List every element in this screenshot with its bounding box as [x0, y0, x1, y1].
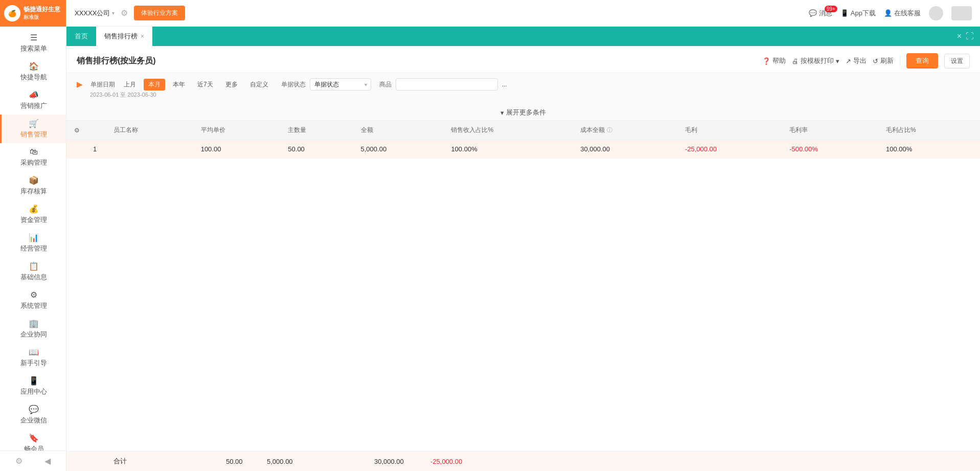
cell-name — [107, 140, 195, 159]
more-filter-link[interactable]: ... — [502, 81, 507, 88]
sidebar-item-system[interactable]: ⚙ 系统管理 — [0, 286, 66, 315]
appstore-icon: 📱 — [29, 376, 39, 386]
filter-collapse-button[interactable]: ▶ — [77, 80, 82, 88]
quick-nav-icon: 🏠 — [29, 61, 39, 71]
sidebar-nav: ☰ 搜索菜单 🏠 快捷导航 📣 营销推广 🛒 销售管理 🛍 采购管理 📦 库存核… — [0, 27, 66, 451]
print-arrow-icon: ▾ — [836, 57, 839, 65]
topbar-right: 💬 消息 99+ 📱 App下载 👤 在线客服 — [809, 6, 972, 20]
sidebar-item-member-label: 畅会员 — [24, 444, 44, 451]
refresh-icon: ↺ — [873, 57, 878, 65]
status-select[interactable]: 单据状态 — [310, 78, 371, 91]
sidebar-item-finance[interactable]: 💰 资金管理 — [0, 200, 66, 229]
sidebar-item-finance-label: 资金管理 — [20, 215, 47, 225]
cell-gross-pct: 100.00% — [880, 140, 980, 159]
table-wrap: ⚙ 员工名称 平均单价 主数量 全额 销售收入占比% 成本全额 ⓘ 毛利 毛利率… — [66, 121, 980, 451]
tab-sales-rank[interactable]: 销售排行榜 × — [96, 27, 152, 46]
date-opt-last-month[interactable]: 上月 — [119, 79, 141, 91]
sidebar-item-inventory[interactable]: 📦 库存核算 — [0, 171, 66, 200]
date-opt-custom[interactable]: 自定义 — [245, 79, 273, 91]
search-menu-icon: ☰ — [30, 33, 37, 42]
data-table: ⚙ 员工名称 平均单价 主数量 全额 销售收入占比% 成本全额 ⓘ 毛利 毛利率… — [66, 121, 980, 159]
tabbar-right: × ⛶ — [957, 32, 980, 41]
filter-row: ▶ 单据日期 上月 本月 本年 近7天 更多 自定义 单据状态 — [77, 78, 970, 91]
window-close-icon[interactable]: × — [957, 32, 962, 41]
export-button[interactable]: ↗ 导出 — [846, 56, 867, 65]
goods-filter-input[interactable] — [396, 78, 498, 91]
footer-gross-profit: -25,000.00 — [430, 458, 487, 465]
date-options: 上月 本月 本年 近7天 更多 自定义 — [119, 79, 273, 91]
basic-icon: 📋 — [29, 261, 39, 271]
settings-button[interactable]: 设置 — [944, 54, 970, 69]
company-name: XXXXX公司 — [75, 9, 110, 18]
sidebar-item-basic-label: 基础信息 — [20, 273, 47, 282]
sidebar-item-sales[interactable]: 🛒 销售管理 — [0, 115, 66, 143]
status-select-wrap: 单据状态 — [310, 78, 371, 91]
sidebar-item-guide[interactable]: 📖 新手引导 — [0, 343, 66, 372]
sidebar-item-appstore[interactable]: 📱 应用中心 — [0, 372, 66, 400]
sidebar-item-wechat[interactable]: 💬 企业微信 — [0, 400, 66, 429]
col-cost: 成本全额 ⓘ — [574, 121, 679, 140]
sidebar-item-member[interactable]: 🔖 畅会员 — [0, 429, 66, 451]
finance-icon: 💰 — [29, 204, 39, 214]
company-selector[interactable]: XXXXX公司 ▾ — [75, 9, 115, 18]
sidebar-item-quick-nav[interactable]: 🏠 快捷导航 — [0, 57, 66, 86]
date-filter-group: 单据日期 上月 本月 本年 近7天 更多 自定义 — [90, 79, 273, 91]
date-range-display: 2023-06-01 至 2023-06-30 — [77, 91, 970, 101]
col-name: 员工名称 — [107, 121, 195, 140]
sidebar-item-marketing[interactable]: 📣 营销推广 — [0, 86, 66, 115]
tab-close-icon[interactable]: × — [141, 33, 144, 40]
company-arrow-icon: ▾ — [112, 10, 115, 16]
date-opt-more[interactable]: 更多 — [221, 79, 242, 91]
try-industry-button[interactable]: 体验行业方案 — [134, 6, 185, 20]
status-filter-group: 单据状态 单据状态 — [281, 78, 371, 91]
app-download-button[interactable]: 📱 App下载 — [840, 9, 876, 18]
date-opt-7days[interactable]: 近7天 — [193, 79, 218, 91]
help-button[interactable]: ❓ 帮助 — [762, 56, 786, 65]
sidebar-item-enterprise[interactable]: 🏢 企业协同 — [0, 315, 66, 343]
sidebar-item-basic[interactable]: 📋 基础信息 — [0, 257, 66, 286]
tab-home-label: 首页 — [75, 32, 88, 41]
date-opt-this-month[interactable]: 本月 — [144, 79, 165, 91]
print-button[interactable]: 🖨 按模板打印 ▾ — [792, 56, 839, 65]
online-service-button[interactable]: 👤 在线客服 — [884, 9, 921, 18]
goods-filter-label: 商品 — [379, 80, 392, 89]
export-icon: ↗ — [846, 57, 851, 65]
sidebar-item-purchase[interactable]: 🛍 采购管理 — [0, 143, 66, 171]
page-actions: ❓ 帮助 🖨 按模板打印 ▾ ↗ 导出 ↺ 刷新 查询 设置 — [762, 53, 970, 69]
col-gross-profit: 毛利 — [679, 121, 783, 140]
avatar[interactable] — [929, 6, 943, 20]
topbar: XXXXX公司 ▾ ⚙ 体验行业方案 💬 消息 99+ 📱 App下载 👤 在线… — [66, 0, 980, 27]
query-button[interactable]: 查询 — [906, 53, 938, 69]
goods-filter-group: 商品 ... — [379, 78, 507, 91]
footer-cost: 30,000.00 — [374, 458, 430, 465]
marketing-icon: 📣 — [29, 90, 39, 100]
date-opt-this-year[interactable]: 本年 — [168, 79, 190, 91]
sidebar: 🍊 畅捷通好生意 标准版 ☰ 搜索菜单 🏠 快捷导航 📣 营销推广 🛒 销售管理… — [0, 0, 66, 471]
cell-cost: 30,000.00 — [574, 140, 679, 159]
cell-quantity: 50.00 — [282, 140, 354, 159]
sidebar-item-operations[interactable]: 📊 经营管理 — [0, 229, 66, 257]
sidebar-collapse-button[interactable]: ◀ — [44, 456, 51, 466]
logo-icon: 🍊 — [4, 5, 20, 21]
print-icon: 🖨 — [792, 57, 799, 65]
window-expand-icon[interactable]: ⛶ — [966, 32, 974, 41]
message-button[interactable]: 💬 消息 99+ — [809, 9, 832, 18]
app-download-label: App下载 — [851, 9, 876, 18]
col-settings: ⚙ — [66, 121, 87, 140]
tab-home[interactable]: 首页 — [66, 27, 96, 46]
cell-rank: 1 — [87, 140, 107, 159]
footer-label: 合计 — [113, 457, 175, 466]
col-avg-price: 平均单价 — [195, 121, 282, 140]
message-icon: 💬 — [809, 9, 817, 17]
cell-settings — [66, 140, 87, 159]
tabbar: 首页 销售排行榜 × × ⛶ — [66, 27, 980, 46]
sidebar-settings-button[interactable]: ⚙ — [15, 456, 22, 466]
sidebar-item-search[interactable]: ☰ 搜索菜单 — [0, 29, 66, 57]
expand-more-button[interactable]: ▾ 展开更多条件 — [500, 108, 546, 117]
date-range-text: 2023-06-01 至 2023-06-30 — [90, 92, 156, 98]
footer-amount: 5,000.00 — [267, 458, 318, 465]
expand-row: ▾ 展开更多条件 — [77, 101, 970, 120]
col-sales-pct: 销售收入占比% — [445, 121, 574, 140]
refresh-button[interactable]: ↺ 刷新 — [873, 56, 894, 65]
topbar-settings-icon[interactable]: ⚙ — [121, 8, 128, 18]
